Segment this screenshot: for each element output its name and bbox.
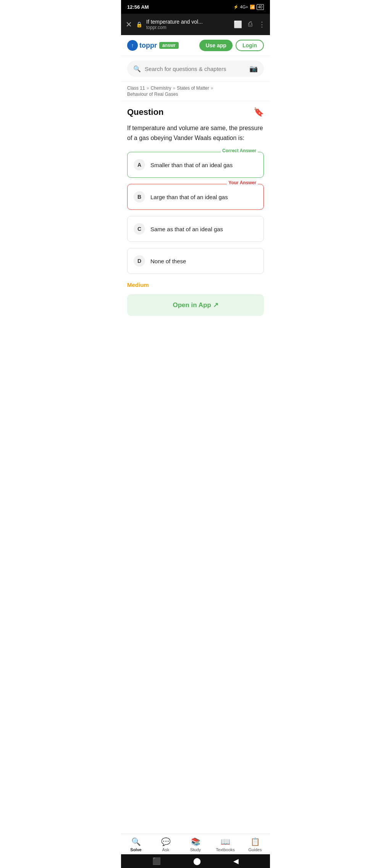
question-bookmark-icon[interactable]: 🔖 <box>254 107 264 117</box>
option-wrapper-b: Your Answer B Large than that of an idea… <box>127 184 264 210</box>
browser-close-button[interactable]: ✕ <box>126 20 132 29</box>
option-a[interactable]: A Smaller than that of an ideal gas <box>127 152 264 178</box>
share-icon[interactable]: ⎙ <box>248 20 252 29</box>
option-wrapper-d: D None of these <box>127 248 264 274</box>
question-header: Question 🔖 <box>127 107 264 117</box>
breadcrumb-text: Class 11 » Chemistry » States of Matter … <box>127 85 264 97</box>
option-d[interactable]: D None of these <box>127 248 264 274</box>
option-wrapper-a: Correct Answer A Smaller than that of an… <box>127 152 264 178</box>
browser-bar: ✕ 🔒 If temperature and vol... toppr.com … <box>121 14 270 35</box>
question-text: If temperature and volume are same, the … <box>127 123 264 143</box>
status-time: 12:56 AM <box>127 4 149 10</box>
status-icons: ⚡ 4G+ 📶 40 <box>233 4 264 10</box>
option-b[interactable]: B Large than that of an ideal gas <box>127 184 264 210</box>
search-area: 🔍 📷 <box>121 56 270 82</box>
toppr-logo-text: toppr <box>139 42 157 50</box>
open-in-app-button[interactable]: Open in App ↗ <box>127 294 264 316</box>
signal-icon: ⚡ <box>233 5 239 10</box>
breadcrumb-chapter[interactable]: States of Matter <box>177 85 209 91</box>
lock-icon: 🔒 <box>136 21 142 27</box>
option-c[interactable]: C Same as that of an ideal gas <box>127 216 264 242</box>
browser-actions: ⬜ ⎙ ⋮ <box>234 20 265 29</box>
option-wrapper-c: C Same as that of an ideal gas <box>127 216 264 242</box>
breadcrumb-subject[interactable]: Chemistry <box>150 85 171 91</box>
breadcrumb: Class 11 » Chemistry » States of Matter … <box>121 82 270 101</box>
status-bar: 12:56 AM ⚡ 4G+ 📶 40 <box>121 0 270 14</box>
browser-domain: toppr.com <box>146 25 230 30</box>
correct-answer-label: Correct Answer <box>221 148 258 153</box>
option-c-letter: C <box>134 223 145 235</box>
your-answer-label: Your Answer <box>227 180 258 185</box>
logo-area: ↑ toppr answr <box>127 40 179 51</box>
login-button[interactable]: Login <box>236 40 264 51</box>
search-icon: 🔍 <box>133 65 141 72</box>
breadcrumb-sep-2: » <box>173 85 175 91</box>
option-b-letter: B <box>134 191 145 203</box>
wifi-icon: 📶 <box>250 5 255 10</box>
answr-badge: answr <box>159 42 179 49</box>
question-title: Question <box>127 107 163 117</box>
battery-icon: 40 <box>257 4 264 10</box>
option-a-letter: A <box>134 159 145 171</box>
toppr-logo-arrow: ↑ <box>127 40 138 51</box>
option-c-text: Same as that of an ideal gas <box>150 226 223 232</box>
more-options-icon[interactable]: ⋮ <box>259 20 265 29</box>
browser-url-area[interactable]: If temperature and vol... toppr.com <box>146 19 230 31</box>
breadcrumb-sep-3: » <box>211 85 213 91</box>
option-b-text: Large than that of an ideal gas <box>150 194 228 200</box>
option-a-text: Smaller than that of an ideal gas <box>150 162 233 168</box>
main-content: Question 🔖 If temperature and volume are… <box>121 101 270 360</box>
search-box[interactable]: 🔍 📷 <box>127 61 264 77</box>
options-list: Correct Answer A Smaller than that of an… <box>127 152 264 274</box>
use-app-button[interactable]: Use app <box>199 40 232 51</box>
app-header: ↑ toppr answr Use app Login <box>121 35 270 56</box>
difficulty-label: Medium <box>127 282 264 288</box>
option-d-letter: D <box>134 255 145 267</box>
browser-title: If temperature and vol... <box>146 19 230 25</box>
header-buttons: Use app Login <box>199 40 264 51</box>
toppr-logo[interactable]: ↑ toppr <box>127 40 157 51</box>
camera-icon[interactable]: 📷 <box>249 64 258 73</box>
breadcrumb-class[interactable]: Class 11 <box>127 85 145 91</box>
breadcrumb-sep-1: » <box>147 85 149 91</box>
search-input[interactable] <box>145 66 246 72</box>
bookmark-browser-icon[interactable]: ⬜ <box>234 20 242 29</box>
signal-strength: 4G+ <box>240 5 248 9</box>
option-d-text: None of these <box>150 258 186 264</box>
breadcrumb-topic[interactable]: Behaviour of Real Gases <box>127 92 178 97</box>
